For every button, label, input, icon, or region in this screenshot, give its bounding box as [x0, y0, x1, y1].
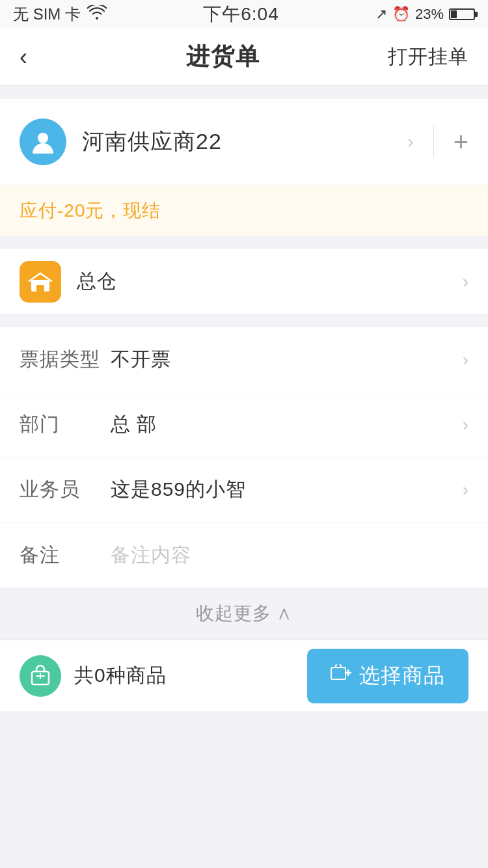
sales-rep-row[interactable]: 业务员 这是859的小智 ›: [0, 457, 488, 522]
nav-bar: ‹ 进货单 打开挂单: [0, 29, 488, 86]
status-bar: 无 SIM 卡 下午6:04 ↗ ⏰ 23%: [0, 0, 488, 29]
supplier-avatar: [20, 118, 66, 165]
supplier-chevron-icon: ›: [407, 131, 413, 152]
notice-banner: 应付-20元，现结: [0, 185, 488, 236]
sales-rep-chevron-icon: ›: [463, 480, 468, 500]
battery-icon: [449, 8, 475, 20]
svg-point-0: [38, 133, 48, 143]
select-product-label: 选择商品: [359, 662, 445, 690]
status-right: ↗ ⏰ 23%: [375, 6, 475, 23]
select-product-icon: [331, 664, 351, 687]
bottom-bar: 共0种商品 选择商品: [0, 640, 488, 711]
collapse-label: 收起更多 ∧: [196, 601, 293, 626]
product-count-label: 共0种商品: [74, 662, 307, 689]
warehouse-row[interactable]: 总仓 ›: [0, 249, 488, 314]
product-icon-wrap: [20, 655, 61, 697]
warehouse-section: 总仓 ›: [0, 249, 488, 314]
add-supplier-button[interactable]: +: [454, 128, 468, 157]
warehouse-icon-wrap: [20, 261, 61, 303]
department-row[interactable]: 部门 总 部 ›: [0, 392, 488, 457]
section-gap-1: [0, 86, 488, 99]
wifi-icon: [87, 5, 107, 23]
department-label: 部门: [20, 411, 111, 438]
section-gap-3: [0, 314, 488, 327]
carrier-text: 无 SIM 卡: [13, 4, 81, 25]
sales-rep-label: 业务员: [20, 476, 111, 503]
gray-background-area: [0, 711, 488, 868]
status-left: 无 SIM 卡: [13, 4, 107, 25]
invoice-type-chevron-icon: ›: [463, 349, 468, 370]
open-pending-button[interactable]: 打开挂单: [388, 44, 468, 70]
note-value[interactable]: 备注内容: [111, 542, 468, 569]
invoice-type-row[interactable]: 票据类型 不开票 ›: [0, 327, 488, 392]
form-section: 票据类型 不开票 › 部门 总 部 › 业务员 这是859的小智 › 备注 备注…: [0, 327, 488, 588]
warehouse-name: 总仓: [77, 268, 456, 295]
svg-rect-4: [331, 668, 346, 679]
supplier-row[interactable]: 河南供应商22 › +: [0, 99, 488, 185]
supplier-section: 河南供应商22 › + 应付-20元，现结: [0, 99, 488, 236]
vertical-divider: [433, 126, 434, 158]
note-row[interactable]: 备注 备注内容: [0, 522, 488, 588]
location-icon: ↗: [375, 6, 387, 23]
select-product-button[interactable]: 选择商品: [307, 649, 468, 703]
warehouse-chevron-icon: ›: [463, 271, 468, 292]
department-chevron-icon: ›: [463, 414, 468, 435]
note-label: 备注: [20, 542, 111, 569]
battery-pct: 23%: [415, 6, 444, 23]
collapse-row[interactable]: 收起更多 ∧: [0, 588, 488, 640]
page-title: 进货单: [186, 41, 260, 73]
sales-rep-value: 这是859的小智: [111, 476, 456, 503]
back-button[interactable]: ‹: [20, 44, 59, 71]
invoice-type-label: 票据类型: [20, 346, 111, 373]
supplier-name: 河南供应商22: [82, 127, 407, 157]
department-value: 总 部: [111, 411, 456, 438]
alarm-icon: ⏰: [392, 6, 410, 23]
invoice-type-value: 不开票: [111, 346, 456, 373]
time-display: 下午6:04: [203, 2, 279, 27]
section-gap-2: [0, 236, 488, 249]
svg-rect-2: [36, 285, 44, 292]
